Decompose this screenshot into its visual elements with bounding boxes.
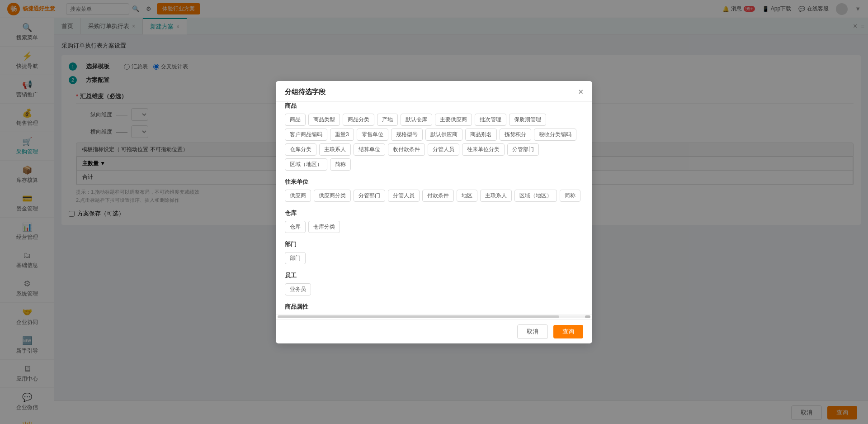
field-tag-1-7[interactable]: 区域（地区） [514, 190, 557, 202]
field-tag-0-4[interactable]: 默认仓库 [401, 114, 432, 126]
field-tags-0: 商品商品类型商品分类产地默认仓库主要供应商批次管理保质期管理客户商品编码重量3零… [285, 114, 583, 171]
field-tag-0-6[interactable]: 批次管理 [475, 114, 506, 126]
modal-close-button[interactable]: × [578, 87, 583, 97]
modal-confirm-button[interactable]: 查询 [553, 325, 583, 338]
field-group-title-1: 往来单位 [285, 178, 583, 186]
field-tags-2: 仓库仓库分类 [285, 221, 583, 233]
field-tag-0-14[interactable]: 拣货积分 [500, 129, 531, 141]
field-tag-0-0[interactable]: 商品 [285, 114, 306, 126]
field-group-2: 仓库仓库仓库分类 [285, 209, 583, 233]
field-tags-1: 供应商供应商分类分管部门分管人员付款条件地区主联系人区域（地区）简称 [285, 190, 583, 202]
field-group-title-5: 商品属性 [285, 303, 583, 311]
field-tag-0-19[interactable]: 收付款条件 [388, 143, 425, 156]
field-tag-0-17[interactable]: 主联系人 [319, 143, 351, 156]
field-tag-1-5[interactable]: 地区 [457, 190, 477, 202]
field-tag-1-3[interactable]: 分管人员 [388, 190, 420, 202]
field-group-title-4: 员工 [285, 272, 583, 280]
modal-header: 分组待选字段 × [276, 81, 592, 102]
field-tag-0-22[interactable]: 分管部门 [507, 143, 539, 156]
field-tag-0-7[interactable]: 保质期管理 [509, 114, 546, 126]
field-tags-3: 部门 [285, 252, 583, 264]
field-tag-1-2[interactable]: 分管部门 [354, 190, 385, 202]
field-tag-0-11[interactable]: 规格型号 [391, 129, 423, 141]
field-tag-0-10[interactable]: 零售单位 [357, 129, 388, 141]
field-tag-0-24[interactable]: 简称 [330, 158, 351, 171]
field-group-4: 员工业务员 [285, 272, 583, 295]
field-group-0: 商品商品商品类型商品分类产地默认仓库主要供应商批次管理保质期管理客户商品编码重量… [285, 102, 583, 171]
modal-horizontal-scrollbar[interactable] [276, 314, 592, 319]
field-tag-2-1[interactable]: 仓库分类 [308, 221, 340, 233]
field-tag-0-18[interactable]: 结算单位 [354, 143, 385, 156]
field-tag-0-5[interactable]: 主要供应商 [435, 114, 472, 126]
field-group-title-0: 商品 [285, 102, 583, 110]
field-tag-1-4[interactable]: 付款条件 [422, 190, 454, 202]
field-tag-0-3[interactable]: 产地 [377, 114, 398, 126]
modal-title: 分组待选字段 [285, 88, 326, 96]
field-tag-3-0[interactable]: 部门 [285, 252, 306, 264]
field-tag-2-0[interactable]: 仓库 [285, 221, 306, 233]
field-tag-1-0[interactable]: 供应商 [285, 190, 311, 202]
field-tag-0-21[interactable]: 往来单位分类 [462, 143, 505, 156]
field-tag-0-15[interactable]: 税收分类编码 [534, 129, 576, 141]
modal-cancel-button[interactable]: 取消 [517, 324, 548, 339]
field-tag-0-12[interactable]: 默认供应商 [425, 129, 462, 141]
field-tags-4: 业务员 [285, 283, 583, 295]
field-tag-0-23[interactable]: 区域（地区） [285, 158, 327, 171]
field-tag-0-2[interactable]: 商品分类 [343, 114, 374, 126]
field-tag-0-13[interactable]: 商品别名 [465, 129, 497, 141]
field-tag-1-8[interactable]: 简称 [560, 190, 580, 202]
field-tag-0-16[interactable]: 仓库分类 [285, 143, 316, 156]
field-tag-0-1[interactable]: 商品类型 [308, 114, 340, 126]
field-select-modal: 分组待选字段 × 商品商品商品类型商品分类产地默认仓库主要供应商批次管理保质期管… [276, 81, 592, 343]
field-tag-0-9[interactable]: 重量3 [330, 129, 354, 141]
field-tag-1-1[interactable]: 供应商分类 [314, 190, 351, 202]
field-group-title-2: 仓库 [285, 209, 583, 217]
field-group-5: 商品属性属性颜色多规格尺码鞋码1 [285, 303, 583, 314]
modal-body: 商品商品商品类型商品分类产地默认仓库主要供应商批次管理保质期管理客户商品编码重量… [276, 102, 592, 314]
field-tag-4-0[interactable]: 业务员 [285, 283, 311, 295]
modal-overlay: 分组待选字段 × 商品商品商品类型商品分类产地默认仓库主要供应商批次管理保质期管… [0, 0, 868, 424]
field-tag-1-6[interactable]: 主联系人 [480, 190, 512, 202]
modal-footer: 取消 查询 [276, 319, 592, 343]
field-group-1: 往来单位供应商供应商分类分管部门分管人员付款条件地区主联系人区域（地区）简称 [285, 178, 583, 202]
field-tag-0-20[interactable]: 分管人员 [428, 143, 459, 156]
field-group-title-3: 部门 [285, 240, 583, 248]
field-group-3: 部门部门 [285, 240, 583, 264]
field-tag-0-8[interactable]: 客户商品编码 [285, 129, 327, 141]
